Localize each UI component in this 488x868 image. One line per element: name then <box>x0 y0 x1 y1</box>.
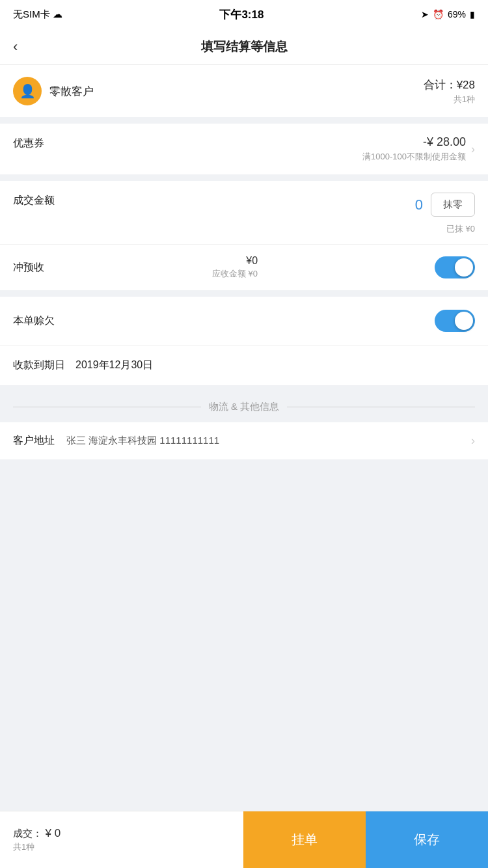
bottom-deal-label: 成交： <box>13 828 42 839</box>
transaction-section: 成交金额 0 抹零 已抹 ¥0 冲预收 ¥0 应收金额 ¥0 <box>0 181 488 290</box>
chevron-right-icon: › <box>471 142 475 156</box>
address-label: 客户地址 <box>13 434 60 448</box>
due-date-value: 2019年12月30日 <box>75 359 153 372</box>
alarm-icon: ⏰ <box>433 9 444 20</box>
prepay-row: 冲预收 ¥0 应收金额 ¥0 <box>0 244 488 290</box>
transaction-right: 0 抹零 <box>415 193 475 217</box>
coupon-label: 优惠券 <box>13 135 65 150</box>
nav-bar: ‹ 填写结算等信息 <box>0 29 488 65</box>
status-bar: 无SIM卡 ☁ 下午3:18 ➤ ⏰ 69% ▮ <box>0 0 488 29</box>
bottom-count: 共1种 <box>13 841 230 853</box>
address-chevron-icon: › <box>471 434 475 448</box>
debt-row: 本单赊欠 <box>0 297 488 345</box>
transaction-label: 成交金额 <box>13 193 65 208</box>
customer-name: 零散客户 <box>49 84 94 99</box>
location-icon: ➤ <box>421 9 429 20</box>
page-title: 填写结算等信息 <box>201 38 288 55</box>
avatar: 👤 <box>13 77 42 105</box>
coupon-desc: 满1000-100不限制使用金额 <box>65 151 466 163</box>
round-zero-button[interactable]: 抹零 <box>431 193 475 217</box>
customer-section: 👤 零散客户 合计：¥28 共1种 <box>0 65 488 117</box>
toggle-knob <box>455 258 473 277</box>
battery-label: 69% <box>448 9 466 20</box>
customer-left: 👤 零散客户 <box>13 77 94 105</box>
transaction-value[interactable]: 0 <box>415 197 423 213</box>
due-date-row[interactable]: 收款到期日 2019年12月30日 <box>0 345 488 385</box>
due-date-label: 收款到期日 <box>13 359 65 372</box>
transaction-row: 成交金额 0 抹零 <box>0 181 488 223</box>
status-left: 无SIM卡 ☁ <box>13 8 62 21</box>
prepay-receivable: 应收金额 ¥0 <box>212 268 258 280</box>
status-right: ➤ ⏰ 69% ▮ <box>421 9 475 20</box>
customer-summary: 合计：¥28 共1种 <box>424 77 475 105</box>
bottom-actions: 挂单 保存 <box>243 811 488 868</box>
address-section[interactable]: 客户地址 张三 海淀永丰科技园 11111111111 › <box>0 422 488 459</box>
bottom-summary: 成交： ¥ 0 共1种 <box>0 827 243 853</box>
address-row[interactable]: 客户地址 张三 海淀永丰科技园 11111111111 › <box>0 422 488 459</box>
status-time: 下午3:18 <box>219 7 264 22</box>
coupon-section[interactable]: 优惠券 -¥ 28.00 满1000-100不限制使用金额 › <box>0 124 488 174</box>
sim-label: 无SIM卡 ☁ <box>13 8 62 21</box>
hold-button[interactable]: 挂单 <box>243 811 366 868</box>
prepay-right: ¥0 应收金额 ¥0 <box>212 255 258 280</box>
save-button[interactable]: 保存 <box>366 811 488 868</box>
bottom-deal-row: 成交： ¥ 0 <box>13 827 230 840</box>
bottom-deal-amount: ¥ 0 <box>45 827 61 839</box>
coupon-row[interactable]: 优惠券 -¥ 28.00 满1000-100不限制使用金额 › <box>0 124 488 174</box>
debt-section: 本单赊欠 收款到期日 2019年12月30日 <box>0 297 488 385</box>
debt-toggle-knob <box>455 312 473 330</box>
debt-toggle[interactable] <box>435 310 475 332</box>
avatar-icon: 👤 <box>20 83 36 99</box>
prepay-toggle[interactable] <box>435 256 475 278</box>
logistics-header: 物流 & 其他信息 <box>0 392 488 422</box>
already-rounded-label: 已抹 ¥0 <box>0 223 488 244</box>
bottom-bar: 成交： ¥ 0 共1种 挂单 保存 <box>0 811 488 868</box>
address-value: 张三 海淀永丰科技园 11111111111 <box>66 435 466 447</box>
debt-label: 本单赊欠 <box>13 314 55 328</box>
customer-total: 合计：¥28 <box>424 77 475 92</box>
prepay-label: 冲预收 <box>13 261 44 275</box>
back-button[interactable]: ‹ <box>13 38 18 55</box>
prepay-amount: ¥0 <box>212 255 258 267</box>
coupon-amount: -¥ 28.00 <box>65 135 466 149</box>
customer-count: 共1种 <box>424 94 475 105</box>
logistics-label: 物流 & 其他信息 <box>209 401 279 413</box>
content-area: 👤 零散客户 合计：¥28 共1种 优惠券 -¥ 28.00 满1000-100… <box>0 65 488 531</box>
coupon-value: -¥ 28.00 满1000-100不限制使用金额 <box>65 135 466 163</box>
battery-icon: ▮ <box>470 9 475 20</box>
customer-row: 👤 零散客户 合计：¥28 共1种 <box>0 65 488 117</box>
